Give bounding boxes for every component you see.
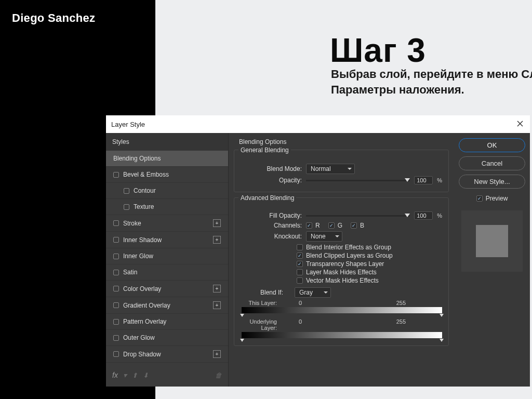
option-label: Transparency Shapes Layer [306,260,384,268]
style-item-drop-shadow[interactable]: Drop Shadow+ [106,346,228,363]
style-item-bevel-emboss[interactable]: Bevel & Emboss [106,167,228,183]
brand-name: Diego Sanchez [12,11,95,25]
style-checkbox[interactable] [113,172,119,178]
style-item-color-overlay[interactable]: Color Overlay+ [106,281,228,297]
preview-checkbox[interactable] [476,195,483,202]
underlying-marker-low[interactable] [240,339,244,342]
advanced-blending-group: Advanced Blending Fill Opacity: 100 % Ch… [234,197,449,346]
this-layer-label: This Layer: [242,300,283,306]
style-item-inner-shadow[interactable]: Inner Shadow+ [106,232,228,248]
blend-mode-label: Blend Mode: [252,165,302,172]
style-item-texture[interactable]: Texture [106,199,228,215]
channel-b-checkbox[interactable] [351,222,357,229]
plus-icon[interactable]: + [213,219,221,227]
style-label: Satin [123,269,221,276]
styles-header[interactable]: Styles [106,133,228,151]
option-label: Layer Mask Hides Effects [306,269,377,276]
ok-button[interactable]: OK [459,138,525,152]
style-item-pattern-overlay[interactable]: Pattern Overlay [106,314,228,330]
blend-mode-dropdown[interactable]: Normal [306,164,355,174]
style-label: Bevel & Emboss [123,171,221,178]
arrow-up-icon[interactable]: ⬆ [132,371,138,379]
style-item-outer-glow[interactable]: Outer Glow [106,330,228,346]
channel-g-checkbox[interactable] [328,222,335,229]
style-label: Color Overlay [123,285,213,292]
this-layer-gradient[interactable] [242,307,442,313]
opacity-input[interactable]: 100 [414,176,433,184]
arrow-down-icon[interactable]: ⬇ [143,371,149,379]
style-label: Blending Options [113,155,221,162]
general-blending-title: General Blending [238,147,291,154]
style-label: Drop Shadow [123,351,213,358]
style-label: Inner Shadow [123,236,213,244]
option-row: Blend Interior Effects as Group [297,244,442,251]
close-icon[interactable] [515,119,525,128]
chevron-down-icon: ▾ [123,371,127,379]
plus-icon[interactable]: + [213,350,221,358]
style-checkbox[interactable] [113,319,119,325]
style-item-gradient-overlay[interactable]: Gradient Overlay+ [106,297,228,314]
style-checkbox[interactable] [113,351,119,357]
opacity-label: Opacity: [252,177,302,184]
style-item-inner-glow[interactable]: Inner Glow [106,248,228,264]
new-style-button[interactable]: New Style... [459,175,525,189]
blendif-dropdown[interactable]: Gray [295,287,331,298]
style-item-contour[interactable]: Contour [106,183,228,199]
option-checkbox[interactable] [297,277,303,284]
layer-style-dialog: Layer Style Styles Blending OptionsBevel… [106,115,530,387]
style-label: Stroke [123,220,213,227]
option-row: Vector Mask Hides Effects [297,277,442,284]
option-checkbox[interactable] [297,244,303,250]
options-panel: Blending Options General Blending Blend … [229,133,454,387]
plus-icon[interactable]: + [213,301,221,309]
dialog-titlebar[interactable]: Layer Style [106,115,530,133]
step-description: Выбрав слой, перейдите в меню Слой > Сти… [331,66,532,97]
style-item-stroke[interactable]: Stroke+ [106,215,228,232]
option-label: Blend Clipped Layers as Group [306,252,393,259]
style-label: Contour [134,187,221,194]
style-checkbox[interactable] [113,220,119,226]
plus-icon[interactable]: + [213,236,221,244]
channel-r-label: R [315,222,320,229]
style-checkbox[interactable] [124,204,129,210]
plus-icon[interactable]: + [213,285,221,292]
opacity-unit: % [437,177,442,183]
option-row: Transparency Shapes Layer [297,260,442,268]
trash-icon[interactable]: 🗑 [215,371,222,379]
style-checkbox[interactable] [113,270,119,275]
style-checkbox[interactable] [113,286,119,291]
preview-frame [461,210,523,272]
dialog-title: Layer Style [111,121,145,128]
knockout-dropdown[interactable]: None [306,231,342,242]
style-checkbox[interactable] [113,335,119,341]
option-label: Vector Mask Hides Effects [306,277,379,284]
step-title: Шаг 3 [330,31,426,70]
this-layer-marker-high[interactable] [440,314,444,317]
blendif-label: Blend If: [260,289,290,296]
cancel-button[interactable]: Cancel [459,156,525,170]
panel-heading: Blending Options [239,138,449,145]
underlying-gradient[interactable] [242,332,442,338]
styles-panel: Styles Blending OptionsBevel & EmbossCon… [106,133,229,387]
style-checkbox[interactable] [124,188,129,194]
style-checkbox[interactable] [113,237,119,243]
opacity-slider[interactable] [306,180,410,181]
fill-opacity-input[interactable]: 100 [414,211,433,220]
channel-r-checkbox[interactable] [306,222,312,229]
style-label: Texture [134,203,221,210]
option-checkbox[interactable] [297,269,303,275]
channel-b-label: B [360,222,364,229]
style-checkbox[interactable] [113,254,119,259]
styles-footer: fx ▾ ⬆ ⬇ 🗑 [106,367,228,387]
style-checkbox[interactable] [113,302,119,308]
fx-icon[interactable]: fx [112,371,118,379]
underlying-marker-high[interactable] [440,339,444,342]
fill-opacity-slider[interactable] [306,215,410,217]
option-checkbox[interactable] [297,261,303,267]
preview-label: Preview [486,195,508,202]
style-item-blending-options[interactable]: Blending Options [106,151,228,167]
option-checkbox[interactable] [297,252,303,259]
this-layer-high: 255 [396,300,406,306]
style-item-satin[interactable]: Satin [106,264,228,281]
this-layer-marker-low[interactable] [240,314,244,317]
